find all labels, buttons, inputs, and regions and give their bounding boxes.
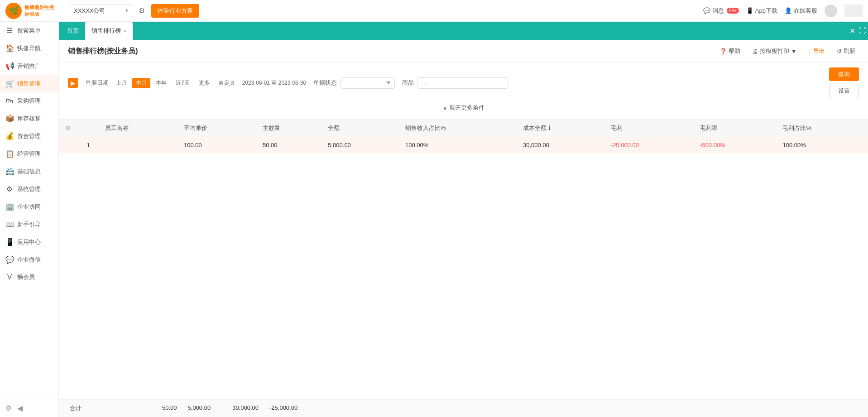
date-tab-custom[interactable]: 自定义 [215, 78, 239, 88]
sidebar-item-marketing[interactable]: 📢 营销推广 [0, 57, 58, 75]
trial-button[interactable]: 体验行业方案 [151, 4, 199, 18]
close-tab-icon[interactable]: ✕ [849, 27, 855, 35]
sidebar-label-finance: 资金管理 [17, 132, 41, 140]
col-settings-icon[interactable]: ⚙ [65, 125, 71, 132]
footer-label: 合计 [64, 404, 146, 412]
print-btn[interactable]: 🖨 按模板打印 ▼ [748, 45, 801, 57]
date-range-display: 2023-06-01 至 2023-06-30 [242, 79, 306, 87]
chevron-down-icon: ▼ [125, 8, 129, 13]
sidebar-label-system: 系统管理 [17, 185, 41, 193]
expand-more-btn[interactable]: ∨ 展开更多条件 [443, 101, 484, 115]
sidebar-label-inventory: 库存核算 [17, 115, 41, 123]
page-title: 销售排行榜(按业务员) [68, 47, 716, 56]
filter-row-main: ▶ 单据日期 上月 本月 本年 近7天 更多 自定义 2023-06-01 至 … [68, 67, 859, 98]
expand-icon: ∨ [443, 105, 447, 111]
col-header-rank [77, 120, 100, 137]
sidebar-item-guide[interactable]: 📖 新手引导 [0, 216, 58, 233]
refresh-btn[interactable]: ↺ 刷新 [833, 45, 859, 57]
sidebar-label-sales: 销售管理 [17, 80, 41, 88]
refresh-icon: ↺ [837, 48, 842, 55]
goods-label: 商品 [402, 79, 414, 87]
sidebar-item-quicknav[interactable]: 🏠 快捷导航 [0, 39, 58, 57]
bottom-settings-icon[interactable]: ⚙ [5, 404, 12, 412]
tab-sales-ranking[interactable]: 销售排行榜 × [85, 22, 133, 40]
sidebar-label-weixin: 企业微信 [17, 256, 41, 264]
tab-home[interactable]: 首页 [61, 22, 85, 40]
tab-close-icon[interactable]: × [124, 28, 126, 34]
date-tab-thismonth[interactable]: 本月 [132, 78, 150, 88]
inventory-icon: 📦 [5, 114, 14, 123]
tab-sales-ranking-label: 销售排行榜 [91, 27, 121, 35]
sidebar-item-sales[interactable]: 🛒 销售管理 [0, 75, 58, 92]
system-icon: ⚙ [5, 185, 14, 193]
sidebar-label-guide: 新手引导 [17, 220, 41, 229]
date-filter: 单据日期 上月 本月 本年 近7天 更多 自定义 2023-06-01 至 20… [85, 78, 306, 88]
print-icon: 🖨 [752, 48, 758, 55]
message-btn[interactable]: 💬 消息 99+ [703, 7, 739, 15]
goods-input[interactable] [417, 77, 508, 89]
footer-costamount: 30,000.00 [227, 404, 264, 412]
sidebar-item-system[interactable]: ⚙ 系统管理 [0, 180, 58, 198]
company-selector[interactable]: XXXXX公司 ▼ [70, 5, 133, 17]
top-settings-icon[interactable]: ⚙ [137, 5, 147, 17]
logo-area: 🌿 畅康通好生意 标准版 [5, 3, 64, 19]
date-tab-7days[interactable]: 近7天 [172, 78, 193, 88]
date-tab-lastmonth[interactable]: 上月 [112, 78, 130, 88]
filter-area: ▶ 单据日期 上月 本月 本年 近7天 更多 自定义 2023-06-01 至 … [59, 63, 868, 120]
search-menu-icon: ☰ [5, 26, 14, 35]
sidebar-item-finance[interactable]: 💰 资金管理 [0, 127, 58, 145]
sidebar-item-vip[interactable]: V 畅会员 [0, 268, 58, 286]
date-tab-more[interactable]: 更多 [195, 78, 213, 88]
page-actions: ❓ 帮助 🖨 按模板打印 ▼ ↓ 导出 ↺ 刷新 [716, 45, 859, 57]
col-header-avgprice: 平均单价 [178, 120, 257, 137]
logo-icon: 🌿 [5, 3, 22, 19]
basicinfo-icon: 📇 [5, 167, 14, 176]
query-button[interactable]: 查询 [829, 67, 859, 81]
mobile-icon: 📱 [746, 7, 753, 14]
filter-toggle-btn[interactable]: ▶ [68, 78, 78, 88]
sidebar-label-quicknav: 快捷导航 [17, 44, 41, 53]
col-header-qty: 主数量 [257, 120, 322, 137]
footer-qty: 50.00 [157, 404, 182, 412]
row-amount: 5,000.00 [322, 137, 400, 153]
row-costamount: 30,000.00 [518, 137, 605, 153]
ranking-table: ⚙ 员工名称 平均单价 主数量 全额 销售收入占比% 成本全额 ℹ 毛利 毛利率… [59, 120, 868, 153]
collapse-sidebar-icon[interactable]: ◀ [17, 404, 23, 412]
sidebar-item-basicinfo[interactable]: 📇 基础信息 [0, 163, 58, 180]
online-service-btn[interactable]: 👤 在线客服 [785, 7, 817, 15]
sidebar-item-enterprise[interactable]: 🏢 企业协同 [0, 198, 58, 216]
filter-right-btns: 查询 设置 [829, 67, 859, 98]
help-icon: ❓ [719, 48, 727, 55]
sidebar-item-inventory[interactable]: 📦 库存核算 [0, 110, 58, 127]
top-right-actions: 💬 消息 99+ 📱 App下载 👤 在线客服 [703, 5, 863, 17]
marketing-icon: 📢 [5, 62, 14, 70]
row-salespct: 100.00% [400, 137, 518, 153]
guide-icon: 📖 [5, 220, 14, 229]
weixin-icon: 💬 [5, 255, 14, 264]
status-select[interactable] [340, 77, 395, 89]
col-header-profit: 毛利 [605, 120, 695, 137]
sidebar-item-search[interactable]: ☰ 搜索菜单 [0, 22, 58, 39]
content-area: 首页 销售排行榜 × ✕ ⛶ 销售排行榜(按业务员) ❓ 帮助 [59, 22, 868, 417]
date-tab-thisyear[interactable]: 本年 [152, 78, 170, 88]
table-row: 1 100.00 50.00 5,000.00 100.00% 30,000.0… [59, 137, 868, 153]
sidebar-item-purchase[interactable]: 🛍 采购管理 [0, 92, 58, 110]
help-btn[interactable]: ❓ 帮助 [716, 45, 744, 57]
tab-home-label: 首页 [67, 27, 79, 35]
tab-bar-right: ✕ ⛶ [849, 27, 866, 35]
restore-icon[interactable]: ⛶ [859, 27, 866, 35]
sidebar-item-weixin[interactable]: 💬 企业微信 [0, 251, 58, 268]
export-btn[interactable]: ↓ 导出 [805, 45, 829, 57]
sidebar-item-appcenter[interactable]: 📱 应用中心 [0, 233, 58, 251]
row-rank: 1 [77, 137, 100, 153]
app-download-btn[interactable]: 📱 App下载 [746, 7, 777, 15]
row-profitrate: -500.00% [695, 137, 777, 153]
sidebar-label-vip: 畅会员 [17, 273, 35, 281]
footer-empty2 [216, 404, 227, 412]
sidebar-item-operations[interactable]: 📋 经营管理 [0, 145, 58, 163]
footer-amount: 5,000.00 [182, 404, 216, 412]
sidebar-label-appcenter: 应用中心 [17, 238, 41, 246]
avatar[interactable] [825, 5, 837, 17]
col-header-costamount: 成本全额 ℹ [518, 120, 605, 137]
settings-button[interactable]: 设置 [829, 84, 859, 98]
